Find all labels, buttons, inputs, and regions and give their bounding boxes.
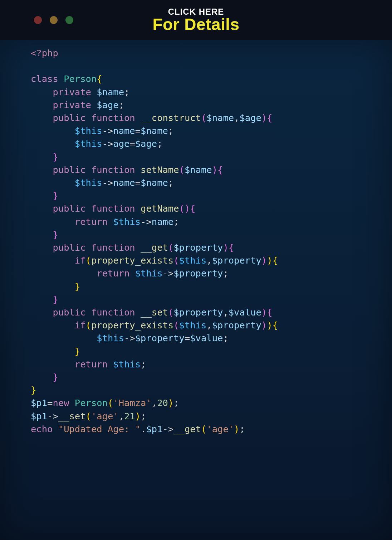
lparen: ( <box>168 307 173 318</box>
this: $this <box>75 177 102 188</box>
comma: , <box>206 320 212 331</box>
param: $age <box>239 112 261 123</box>
kw-function: function <box>91 242 135 253</box>
fn-construct: __construct <box>141 112 201 123</box>
lparen: ( <box>173 320 179 331</box>
comma: , <box>152 397 157 408</box>
prop: name <box>113 125 135 136</box>
var-name: $name <box>97 87 124 97</box>
str: 'Hamza' <box>113 397 151 408</box>
rparen: ) <box>185 203 190 214</box>
lparen: ( <box>86 255 91 266</box>
brace: } <box>53 229 58 240</box>
this: $this <box>179 255 207 266</box>
brace: { <box>97 73 102 84</box>
brace: { <box>229 242 234 253</box>
prop: name <box>113 177 135 188</box>
this: $this <box>135 268 163 279</box>
val: $name <box>141 125 168 136</box>
num: 21 <box>124 411 135 421</box>
promo-overlay[interactable]: CLICK HERE For Details <box>152 8 239 33</box>
comma: , <box>206 255 212 266</box>
str: "Updated Age: " <box>58 424 141 434</box>
eq: = <box>185 333 190 343</box>
eq: = <box>129 138 135 149</box>
maximize-icon[interactable] <box>65 16 73 24</box>
semi: ; <box>239 424 245 434</box>
close-icon[interactable] <box>34 16 42 24</box>
lparen: ( <box>173 255 179 266</box>
this: $this <box>179 320 207 331</box>
kw-public: public <box>53 307 85 318</box>
param: $property <box>173 307 223 318</box>
semi: ; <box>173 397 179 408</box>
param: $name <box>185 164 212 175</box>
fn-setname: setName <box>141 164 179 175</box>
param: $name <box>206 112 234 123</box>
this: $this <box>75 125 102 136</box>
lparen: ( <box>86 320 91 331</box>
promo-bottom-text: For Details <box>152 16 239 33</box>
comma: , <box>234 112 239 123</box>
param: $property <box>173 242 223 253</box>
param: $property <box>212 255 261 266</box>
kw-class: class <box>31 73 58 84</box>
kw-return: return <box>97 268 129 279</box>
code-editor[interactable]: <?php class Person{ private $name; priva… <box>0 40 392 540</box>
brace: { <box>190 203 195 214</box>
brace: { <box>273 320 278 331</box>
brace: { <box>217 164 223 175</box>
rparen: ) <box>261 320 267 331</box>
arrow: -> <box>47 411 58 421</box>
kw-function: function <box>91 203 135 214</box>
brace: { <box>267 307 272 318</box>
brace: } <box>31 385 36 395</box>
semi: ; <box>141 359 146 370</box>
lparen: ( <box>168 242 173 253</box>
lparen: ( <box>201 424 206 434</box>
val: $value <box>190 333 223 343</box>
val: $name <box>141 177 168 188</box>
var-p1: $p1 <box>31 411 47 421</box>
fn-propexists: property_exists <box>91 255 173 266</box>
semi: ; <box>119 100 124 110</box>
fn-propexists: property_exists <box>91 320 173 331</box>
this: $this <box>113 216 141 227</box>
comma: , <box>119 411 124 421</box>
eq: = <box>135 125 141 136</box>
this: $this <box>113 359 141 370</box>
eq: = <box>47 397 53 408</box>
num: 20 <box>157 397 168 408</box>
fn-get: __get <box>173 424 201 434</box>
semi: ; <box>141 411 146 421</box>
var-p1: $p1 <box>146 424 162 434</box>
dot: . <box>141 424 146 434</box>
prop: name <box>152 216 173 227</box>
kw-public: public <box>53 164 85 175</box>
rparen: ) <box>234 424 239 434</box>
semi: ; <box>173 216 179 227</box>
arrow: -> <box>124 333 135 343</box>
val: $age <box>135 138 157 149</box>
fn-set: __set <box>58 411 86 421</box>
kw-if: if <box>75 320 86 331</box>
prop: $property <box>135 333 185 343</box>
prop: $property <box>173 268 223 279</box>
kw-public: public <box>53 112 85 123</box>
semi: ; <box>168 125 173 136</box>
rparen: ) <box>223 242 228 253</box>
arrow: -> <box>102 177 113 188</box>
arrow: -> <box>102 125 113 136</box>
rparen: ) <box>267 255 272 266</box>
kw-new: new <box>53 397 69 408</box>
rparen: ) <box>261 255 267 266</box>
kw-return: return <box>75 359 108 370</box>
var-p1: $p1 <box>31 397 47 408</box>
arrow: -> <box>162 268 173 279</box>
var-age: $age <box>97 100 118 110</box>
traffic-lights <box>34 16 73 24</box>
minimize-icon[interactable] <box>50 16 58 24</box>
brace: { <box>267 112 272 123</box>
lparen: ( <box>179 164 185 175</box>
semi: ; <box>223 268 228 279</box>
